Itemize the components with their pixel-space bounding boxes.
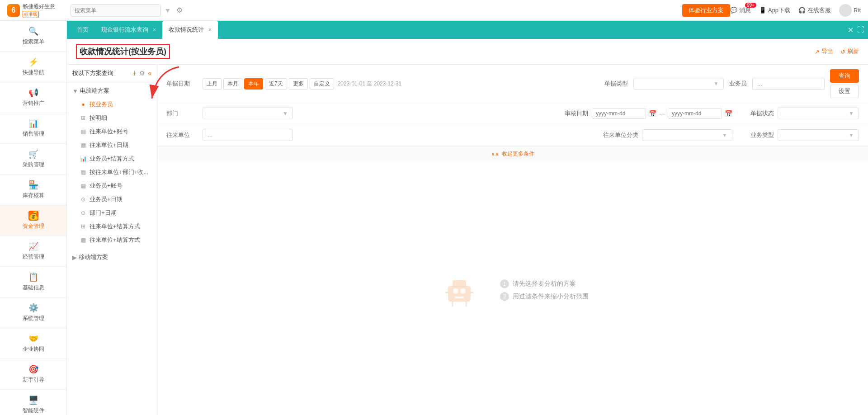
tip-1-num: 1 [500, 279, 509, 288]
scheme-item-staff-acct[interactable]: ▦ 业务员+账号 [67, 179, 157, 193]
tab-bank-label: 现金银行流水查询 [101, 26, 148, 34]
review-date-label: 审核日期 [565, 109, 588, 118]
doc-type-select[interactable]: ▼ [633, 78, 724, 90]
scheme-panel-title: 按以下方案查询 [72, 69, 113, 77]
logo-text: 畅捷通好生意 [23, 3, 55, 10]
user-avatar[interactable]: Rit [839, 4, 861, 17]
scheme-item-salesperson[interactable]: ● 按业务员 [67, 98, 157, 111]
collapse-bar[interactable]: ∧∧ 收起更多条件 [157, 146, 868, 161]
date-btn-this-year[interactable]: 本年 [244, 78, 263, 90]
date-btn-last-month[interactable]: 上月 [203, 78, 222, 90]
settings-icon[interactable]: ⚙ [176, 6, 183, 14]
sidebar-item-marketing[interactable]: 📢 营销推广 [0, 82, 66, 113]
scheme-item-staff-date-label: 业务员+日期 [90, 195, 123, 203]
date-btn-custom[interactable]: 自定义 [310, 78, 334, 90]
sidebar-item-system[interactable]: ⚙️ 系统管理 [0, 297, 66, 328]
partner-cat-chevron: ▼ [722, 132, 727, 138]
sidebar-label-system: 系统管理 [23, 315, 44, 322]
date-btn-more[interactable]: 更多 [289, 78, 308, 90]
tab-bank[interactable]: 现金银行流水查询 × [95, 21, 162, 39]
tab-bar-actions: ✕ ⛶ [848, 26, 864, 34]
calendar-from-icon[interactable]: 📅 [649, 110, 656, 117]
scheme-item-partner-date[interactable]: ▦ 往来单位+日期 [67, 138, 157, 152]
scheme-item-partner-settle1[interactable]: ⊞ 往来单位+结算方式 [67, 220, 157, 233]
logo-icon: 6 [7, 4, 20, 17]
doc-status-select[interactable]: ▼ [778, 108, 859, 119]
calendar-to-icon[interactable]: 📅 [725, 110, 732, 117]
sidebar-label-sales: 销售管理 [23, 130, 44, 138]
message-icon: 💬 [730, 7, 737, 14]
scheme-item-partner-acct-label: 往来单位+账号 [90, 127, 128, 136]
sidebar-item-hardware[interactable]: 🖥️ 智能硬件 [0, 390, 66, 415]
dept-select[interactable]: ▼ [203, 108, 293, 119]
page-content: 收款情况统计(按业务员) ↗ 导出 ↺ 刷新 按以下方 [67, 39, 868, 415]
sidebar-item-operation[interactable]: 📈 经营管理 [0, 236, 66, 267]
scheme-group-pc-title[interactable]: ▼ 电脑端方案 [67, 84, 157, 98]
sidebar-item-quick-nav[interactable]: ⚡ 快捷导航 [0, 52, 66, 82]
app-download-btn[interactable]: 📱 App下载 [759, 6, 790, 14]
search-dropdown-icon[interactable]: ▼ [165, 7, 171, 14]
scheme-item-detail[interactable]: ⊞ 按明细 [67, 111, 157, 125]
scheme-group-mobile-title[interactable]: ▶ 移动端方案 [67, 250, 157, 264]
top-search-input[interactable] [71, 4, 161, 17]
tab-bar: 首页 现金银行流水查询 × 收款情况统计 × ✕ ⛶ [67, 21, 868, 39]
svg-point-3 [460, 288, 466, 294]
filter-row-partner: 往来单位 ... 往来单位分类 [157, 124, 868, 146]
date-btn-7days[interactable]: 近7天 [265, 78, 287, 90]
scheme-item-partner-acct[interactable]: ▦ 往来单位+账号 [67, 125, 157, 138]
date-btn-this-month[interactable]: 本月 [223, 78, 242, 90]
scheme-collapse-btn[interactable]: « [148, 70, 151, 77]
right-content: 单据日期 上月 本月 本年 近7天 更多 自定义 2023-01-01 至 20… [157, 65, 868, 415]
sidebar-item-guide[interactable]: 🎯 新手引导 [0, 359, 66, 390]
logo-badge: 标准版 [23, 11, 39, 18]
tab-close-all-icon[interactable]: ✕ [848, 26, 854, 34]
sidebar-item-basic[interactable]: 📋 基础信息 [0, 267, 66, 297]
tab-home[interactable]: 首页 [71, 21, 95, 39]
export-btn[interactable]: ↗ 导出 [815, 47, 833, 56]
scheme-setting-btn[interactable]: ⚙ [139, 70, 145, 77]
setting-btn[interactable]: 设置 [830, 85, 859, 98]
sidebar: 🔍 搜索菜单 ⚡ 快捷导航 📢 营销推广 📊 销售管理 🛒 采购管理 🏪 库存核… [0, 21, 67, 415]
sidebar-item-warehouse[interactable]: 🏪 库存核算 [0, 174, 66, 205]
tab-collection-close[interactable]: × [208, 27, 212, 33]
biz-type-select[interactable]: ▼ [778, 129, 859, 141]
tip-2-num: 2 [500, 292, 509, 301]
scheme-item-dept-date[interactable]: ⊙ 部门+日期 [67, 206, 157, 220]
sidebar-item-sales[interactable]: 📊 销售管理 [0, 113, 66, 144]
scheme-item-partner-settle1-label: 往来单位+结算方式 [90, 222, 140, 231]
tab-bank-close[interactable]: × [153, 27, 156, 33]
query-btn[interactable]: 查询 [830, 69, 859, 83]
tab-maximize-icon[interactable]: ⛶ [857, 26, 864, 34]
scheme-item-staff-settle[interactable]: 📊 业务员+结算方式 [67, 152, 157, 165]
online-service-btn[interactable]: 🎧 在线客服 [798, 6, 831, 14]
partner-select[interactable]: ... [203, 129, 293, 141]
review-date-from[interactable] [592, 108, 646, 119]
refresh-btn[interactable]: ↺ 刷新 [840, 47, 859, 56]
review-date-to[interactable] [668, 108, 722, 119]
message-btn[interactable]: 💬 消息 99+ [730, 6, 751, 14]
phone-icon: 📱 [759, 7, 766, 14]
sidebar-item-search[interactable]: 🔍 搜索菜单 [0, 21, 66, 52]
biz-type-label: 业务类型 [750, 131, 774, 139]
tip-2-text: 用过滤条件来缩小分析范围 [513, 292, 589, 301]
partner-cat-select[interactable]: ▼ [642, 129, 732, 141]
top-bar: 6 畅捷通好生意 标准版 ▼ ⚙ 体验行业方案 💬 消息 99+ 📱 App下载… [0, 0, 868, 21]
tab-collection[interactable]: 收款情况统计 × [162, 21, 218, 39]
scheme-panel: 按以下方案查询 + ⚙ « ▼ 电脑端方案 [67, 65, 157, 415]
scheme-item-partner-dept-icon: ▦ [80, 169, 87, 176]
collapse-arrow-icon: ∧∧ [491, 151, 499, 157]
trial-btn[interactable]: 体验行业方案 [682, 4, 730, 17]
scheme-item-partner-dept[interactable]: ▦ 按往来单位+部门+收... [67, 165, 157, 179]
sidebar-item-purchase[interactable]: 🛒 采购管理 [0, 144, 66, 174]
scheme-group-mobile: ▶ 移动端方案 [67, 249, 157, 266]
sidebar-item-corp[interactable]: 🤝 企业协同 [0, 328, 66, 359]
sidebar-label-operation: 经营管理 [23, 253, 44, 261]
salesperson-select[interactable]: ... [752, 78, 825, 90]
quick-nav-icon: ⚡ [28, 57, 38, 67]
dept-label: 部门 [166, 109, 203, 118]
scheme-item-staff-date[interactable]: ⊙ 业务员+日期 [67, 193, 157, 206]
scheme-item-partner-settle2[interactable]: ▦ 往来单位+结算方式 [67, 233, 157, 247]
page-header: 收款情况统计(按业务员) ↗ 导出 ↺ 刷新 [67, 39, 868, 65]
scheme-add-btn[interactable]: + [132, 69, 137, 77]
sidebar-item-finance[interactable]: 💰 资金管理 [0, 205, 66, 236]
